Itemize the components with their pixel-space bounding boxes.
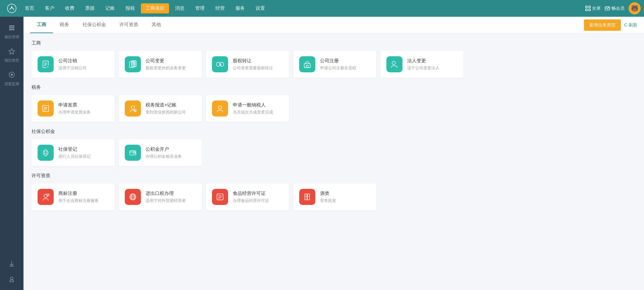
nav-manage[interactable]: 管理: [191, 3, 209, 13]
nav-settings[interactable]: 设置: [251, 3, 270, 13]
sidebar-item-project-type[interactable]: 项目类型: [0, 44, 23, 67]
card-icon-company-register: [299, 56, 315, 72]
card-company-cancel[interactable]: 公司注销 适用于注销公司: [32, 51, 115, 78]
card-legal-change[interactable]: 法人变更 适于公司变更法人: [380, 51, 464, 78]
card-text-apply-invoice: 申请发票 办理申请发票业务: [58, 102, 91, 115]
card-title-company-register: 公司注册: [320, 58, 356, 64]
card-provident-fund[interactable]: 公积金开户 办理公积金相关业务: [119, 139, 202, 166]
sidebar-item-progress[interactable]: 进度监测: [0, 67, 23, 90]
card-company-change[interactable]: 公司变更 股权变更外的业务变更: [119, 51, 202, 78]
svg-point-35: [134, 109, 137, 112]
card-title-alcohol: 酒类: [320, 191, 336, 197]
card-icon-food-license: [212, 189, 228, 205]
tab-actions: 新增业务类型 C 刷新: [584, 19, 637, 31]
card-company-register[interactable]: 公司注册 申请公司注册全流程: [293, 51, 376, 78]
tabs: 工商 税务 社保公积金 许可资质 其他: [30, 17, 584, 33]
nav-operation[interactable]: 经营: [211, 3, 229, 13]
svg-point-36: [218, 106, 222, 109]
section-title-gongshang: 工商: [32, 40, 636, 46]
card-title-general-taxpayer: 申请一般纳税人: [233, 102, 273, 108]
tab-shebao[interactable]: 社保公积金: [76, 17, 113, 33]
tab-xuke[interactable]: 许可资质: [113, 17, 145, 33]
nav-home[interactable]: 首页: [20, 3, 39, 13]
card-desc-trademark: 用于企业商标注册服务: [58, 198, 99, 204]
main-layout: 项目管理 项目类型 进度监测: [0, 17, 644, 290]
svg-point-0: [7, 4, 16, 13]
sidebar-item-project-manage[interactable]: 项目管理: [0, 20, 23, 44]
card-text-legal-change: 法人变更 适于公司变更法人: [407, 58, 439, 71]
card-title-legal-change: 法人变更: [407, 58, 439, 64]
nav-message[interactable]: 消息: [170, 3, 189, 13]
card-equity-transfer[interactable]: 股权转让 公司变更需要股权转让: [206, 51, 289, 78]
card-food-license[interactable]: 食品经营许可证 办理食品经营许可证: [206, 184, 289, 210]
sidebar-download[interactable]: [0, 256, 23, 271]
svg-rect-55: [308, 194, 310, 200]
card-desc-equity-transfer: 公司变更需要股权转让: [233, 65, 273, 71]
svg-point-1: [11, 6, 12, 8]
cards-grid-shuiwu: 申请发票 办理申请发票业务 税务报道+记账: [32, 95, 636, 122]
progress-icon: [8, 71, 15, 80]
card-import-export[interactable]: 进出口权办理 适用于对外贸易经营者: [119, 184, 202, 210]
card-title-equity-transfer: 股权转让: [233, 58, 273, 64]
nav-bizproject[interactable]: 工商项目: [141, 3, 169, 13]
vip-btn[interactable]: 畅会员: [605, 5, 625, 11]
svg-rect-30: [43, 105, 49, 112]
new-business-type-button[interactable]: 新增业务类型: [584, 19, 621, 31]
sidebar-label-project-manage: 项目管理: [4, 34, 19, 40]
card-alcohol[interactable]: 酒类 零售批发: [293, 184, 376, 210]
card-general-taxpayer[interactable]: 申请一般纳税人 当月或次月成变更完成: [206, 95, 289, 122]
card-tax-bookkeeping[interactable]: 税务报道+记账 拿到营业执照的新公司: [119, 95, 202, 122]
card-desc-tax-bookkeeping: 拿到营业执照的新公司: [146, 110, 186, 115]
sidebar-bottom: [0, 256, 23, 287]
card-icon-equity-transfer: [212, 56, 228, 72]
card-desc-apply-invoice: 办理申请发票业务: [58, 110, 91, 115]
card-title-food-license: 食品经营许可证: [233, 191, 269, 197]
card-text-general-taxpayer: 申请一般纳税人 当月或次月成变更完成: [233, 102, 273, 115]
sidebar-label-project-type: 项目类型: [4, 58, 19, 63]
svg-point-38: [46, 151, 47, 152]
card-text-equity-transfer: 股权转让 公司变更需要股权转让: [233, 58, 273, 71]
scrollable-content[interactable]: 工商 公司注销 适用于: [23, 33, 644, 290]
svg-text:™: ™: [47, 194, 49, 196]
section-title-shuiwu: 税务: [32, 84, 636, 90]
content-area: 工商 税务 社保公积金 许可资质 其他 新增业务类型 C 刷新 工商: [23, 17, 644, 290]
svg-rect-9: [9, 29, 14, 30]
nav-tax[interactable]: 报税: [121, 3, 140, 13]
section-title-xuke: 许可资质: [32, 173, 636, 179]
fullscreen-btn[interactable]: 全屏: [585, 5, 601, 11]
card-desc-company-cancel: 适用于注销公司: [58, 65, 87, 71]
card-icon-tax-bookkeeping: [125, 100, 141, 117]
tab-gongshang[interactable]: 工商: [30, 17, 53, 33]
card-text-trademark: 商标注册 用于企业商标注册服务: [58, 191, 99, 204]
nav-bookkeeping[interactable]: 记账: [101, 3, 119, 13]
card-desc-company-register: 申请公司注册全流程: [320, 65, 356, 71]
card-icon-provident-fund: [125, 145, 141, 161]
nav-invoice[interactable]: 票据: [80, 3, 99, 13]
sidebar-location[interactable]: [0, 271, 23, 287]
card-icon-alcohol: [299, 189, 315, 205]
svg-rect-3: [589, 6, 590, 8]
card-title-company-change: 公司变更: [146, 58, 186, 64]
card-desc-alcohol: 零售批发: [320, 198, 336, 204]
svg-point-14: [10, 277, 13, 280]
card-icon-general-taxpayer: [212, 100, 228, 117]
card-desc-provident-fund: 办理公积金相关业务: [146, 154, 182, 159]
card-text-company-cancel: 公司注销 适用于注销公司: [58, 58, 87, 71]
svg-rect-2: [586, 6, 587, 8]
nav-service[interactable]: 服务: [231, 3, 250, 13]
svg-point-12: [11, 74, 13, 76]
tab-qita[interactable]: 其他: [145, 17, 168, 33]
card-icon-legal-change: [386, 56, 402, 72]
logo: [3, 0, 20, 17]
svg-rect-22: [131, 61, 136, 67]
card-apply-invoice[interactable]: 申请发票 办理申请发票业务: [32, 95, 115, 122]
tab-shuiwu[interactable]: 税务: [53, 17, 76, 33]
mascot-avatar[interactable]: 🐻: [629, 2, 641, 14]
nav-client[interactable]: 客户: [40, 3, 59, 13]
card-text-company-change: 公司变更 股权变更外的业务变更: [146, 58, 186, 71]
card-title-trademark: 商标注册: [58, 191, 99, 197]
nav-fee[interactable]: 收费: [60, 3, 79, 13]
refresh-button[interactable]: C 刷新: [624, 22, 637, 28]
card-social-insurance[interactable]: 社保登记 进行人员社保登记: [32, 139, 115, 166]
card-trademark[interactable]: ™ 商标注册 用于企业商标注册服务: [32, 184, 115, 210]
